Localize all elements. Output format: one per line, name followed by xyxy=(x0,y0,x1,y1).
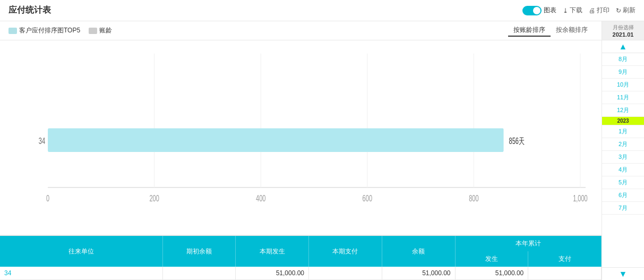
header-actions: 图表 ⤓ 下载 🖨 打印 ↻ 刷新 xyxy=(522,6,636,15)
sidebar-header: 月份选择 2021.01 xyxy=(602,21,644,40)
svg-text:34: 34 xyxy=(39,136,45,146)
legend-color-1 xyxy=(89,28,97,34)
svg-text:800: 800 xyxy=(469,193,479,203)
cell-balance: 51,000.00 xyxy=(382,267,455,280)
cell-period-balance xyxy=(162,267,236,280)
sidebar-header-label: 月份选择 xyxy=(604,24,642,31)
chart-area: 客户应付排序图TOP5 账龄 按账龄排序 按余额排序 xyxy=(0,21,602,280)
chart-toggle-label: 图表 xyxy=(544,6,556,15)
sidebar-months: 8月 9月 10月 11月 12月 2023 1月 2月 3月 4月 5月 6月… xyxy=(602,53,644,267)
header: 应付统计表 图表 ⤓ 下载 🖨 打印 ↻ 刷新 xyxy=(0,0,644,21)
refresh-icon: ↻ xyxy=(616,7,621,14)
table-row: 34 51,000.00 51,000.00 51,000.00 xyxy=(0,267,602,280)
app-container: 应付统计表 图表 ⤓ 下载 🖨 打印 ↻ 刷新 xyxy=(0,0,644,280)
month-item-12[interactable]: 12月 xyxy=(602,104,644,117)
chevron-up-icon: ▲ xyxy=(619,42,628,52)
chart-toggle[interactable] xyxy=(522,6,542,15)
th-current-pay: 本期支付 xyxy=(309,236,382,267)
chart-header: 客户应付排序图TOP5 账龄 按账龄排序 按余额排序 xyxy=(0,21,602,40)
chart-sort-btns: 按账龄排序 按余额排序 xyxy=(508,24,593,37)
th-year-total: 本年累计 xyxy=(455,236,601,251)
print-button[interactable]: 🖨 打印 xyxy=(589,6,609,15)
month-item-10[interactable]: 10月 xyxy=(602,79,644,91)
legend-label-0: 客户应付排序图TOP5 xyxy=(19,26,80,35)
svg-rect-13 xyxy=(48,129,503,152)
cell-unit: 34 xyxy=(0,267,162,280)
legend-item-1: 账龄 xyxy=(89,26,112,35)
month-item-7[interactable]: 7月 xyxy=(602,202,644,215)
data-table: 往来单位 期初余额 本期发生 本期支付 余额 本年累计 发生 支付 xyxy=(0,236,602,280)
th-year-occur: 发生 xyxy=(455,251,528,267)
legend-color-0 xyxy=(8,28,17,34)
cell-current-pay xyxy=(309,267,382,280)
th-current-occur: 本期发生 xyxy=(236,236,309,267)
chart-toggle-wrapper[interactable]: 图表 xyxy=(522,6,556,15)
scroll-down-button[interactable]: ▼ xyxy=(602,267,644,280)
cell-current-occur: 51,000.00 xyxy=(236,267,309,280)
month-item-11[interactable]: 11月 xyxy=(602,91,644,104)
svg-text:400: 400 xyxy=(256,193,266,203)
scroll-up-button[interactable]: ▲ xyxy=(602,40,644,53)
refresh-label: 刷新 xyxy=(623,6,636,15)
download-icon: ⤓ xyxy=(563,7,568,14)
svg-text:200: 200 xyxy=(149,193,159,203)
print-icon: 🖨 xyxy=(589,7,595,14)
svg-text:0: 0 xyxy=(46,193,49,203)
th-period-balance: 期初余额 xyxy=(162,236,236,267)
svg-text:1,000: 1,000 xyxy=(573,193,588,203)
th-year-pay: 支付 xyxy=(528,251,602,267)
month-item-2[interactable]: 2月 xyxy=(602,138,644,151)
print-label: 打印 xyxy=(597,6,609,15)
month-item-4[interactable]: 4月 xyxy=(602,164,644,176)
month-item-8[interactable]: 8月 xyxy=(602,53,644,66)
month-item-5[interactable]: 5月 xyxy=(602,176,644,189)
th-balance: 余额 xyxy=(382,236,455,267)
main-content: 客户应付排序图TOP5 账龄 按账龄排序 按余额排序 xyxy=(0,21,644,280)
month-item-3[interactable]: 3月 xyxy=(602,151,644,164)
month-item-6[interactable]: 6月 xyxy=(602,189,644,202)
year-label-2023[interactable]: 2023 xyxy=(602,117,644,125)
chart-svg: 0 200 400 600 800 1,000 34 xyxy=(27,46,591,219)
sidebar-header-value: 2021.01 xyxy=(604,31,642,38)
page-title: 应付统计表 xyxy=(8,5,51,16)
svg-text:600: 600 xyxy=(363,193,373,203)
download-label: 下载 xyxy=(570,6,582,15)
right-sidebar: 月份选择 2021.01 ▲ 8月 9月 10月 11月 12月 2023 1月… xyxy=(602,21,644,280)
refresh-button[interactable]: ↻ 刷新 xyxy=(616,6,636,15)
sort-btn-age[interactable]: 按账龄排序 xyxy=(508,24,551,37)
unit-link[interactable]: 34 xyxy=(4,269,11,277)
th-coming-unit: 往来单位 xyxy=(0,236,162,267)
cell-year-pay xyxy=(528,267,602,280)
chart-body: 0 200 400 600 800 1,000 34 xyxy=(0,40,602,235)
month-item-9[interactable]: 9月 xyxy=(602,66,644,79)
chart-legend: 客户应付排序图TOP5 账龄 xyxy=(8,26,112,35)
month-item-1[interactable]: 1月 xyxy=(602,125,644,138)
sort-btn-balance[interactable]: 按余额排序 xyxy=(551,24,593,37)
svg-text:856天: 856天 xyxy=(509,136,525,146)
legend-label-1: 账龄 xyxy=(99,26,112,35)
chevron-down-icon: ▼ xyxy=(619,269,628,279)
table-section: 往来单位 期初余额 本期发生 本期支付 余额 本年累计 发生 支付 xyxy=(0,235,602,280)
legend-item-0: 客户应付排序图TOP5 xyxy=(8,26,80,35)
cell-year-occur: 51,000.00 xyxy=(455,267,528,280)
download-button[interactable]: ⤓ 下载 xyxy=(563,6,582,15)
